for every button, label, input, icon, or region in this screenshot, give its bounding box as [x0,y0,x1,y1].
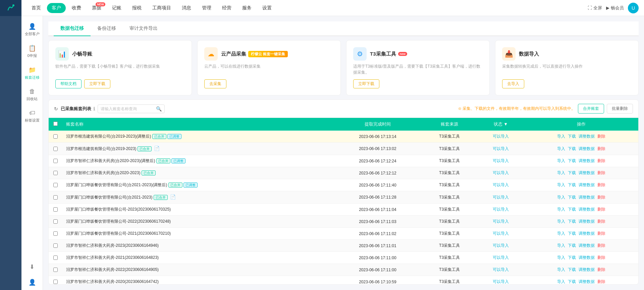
nav-account[interactable]: 记账 [107,3,126,13]
nav-msg[interactable]: 消息 [177,3,196,13]
delete-link[interactable]: 删除 [597,158,605,163]
import-link[interactable]: 导入 [557,158,565,163]
nav-fee[interactable]: 收费 [67,3,86,13]
adjust-data-link[interactable]: 调整数据 [579,255,595,260]
nav-home[interactable]: 首页 [27,3,46,13]
download-link[interactable]: 下载 [568,207,576,212]
adjust-data-link[interactable]: 调整数据 [579,195,595,200]
adjust-data-link[interactable]: 调整数据 [579,146,595,151]
download-link[interactable]: 下载 [568,255,576,260]
download-link[interactable]: 下载 [568,267,576,272]
sidebar-item-tag-settings[interactable]: 🏷 标签设置 [21,105,43,127]
adjust-data-link[interactable]: 调整数据 [579,219,595,224]
row-checkbox[interactable] [53,207,58,212]
member-btn[interactable]: ▶ 畅会员 [606,5,624,11]
row-checkbox[interactable] [53,134,58,139]
import-link[interactable]: 导入 [557,146,565,151]
row-checkbox[interactable] [53,171,58,175]
sidebar-item-download[interactable]: ⬇ [21,259,43,275]
delete-link[interactable]: 删除 [597,170,605,175]
search-btn[interactable]: 🔍 [156,106,162,112]
sidebar-item-all-clients[interactable]: 👤 全部客户 [21,19,43,41]
delete-link[interactable]: 删除 [597,146,605,151]
delete-link[interactable]: 删除 [597,267,605,272]
delete-link[interactable]: 删除 [597,134,605,139]
row-checkbox[interactable] [53,280,58,284]
nav-tax[interactable]: 报税 [127,3,146,13]
fullscreen-btn[interactable]: ⛶ 全屏 [588,5,602,11]
download-link[interactable]: 下载 [568,231,576,236]
adjust-data-link[interactable]: 调整数据 [579,170,595,175]
import-link[interactable]: 导入 [557,183,565,187]
nav-manage[interactable]: 管理 [197,3,216,13]
delete-link[interactable]: 删除 [597,219,605,224]
delete-link[interactable]: 删除 [597,243,605,248]
adjust-data-link[interactable]: 调整数据 [579,183,595,187]
download-link[interactable]: 下载 [568,134,576,139]
row-checkbox[interactable] [53,243,58,248]
refresh-icon[interactable]: ↻ [54,106,58,112]
go-import-btn[interactable]: 去导入 [502,79,524,88]
download-link[interactable]: 下载 [568,219,576,224]
adjust-data-link[interactable]: 调整数据 [579,207,595,212]
sidebar-item-user[interactable]: 👤 [21,275,43,290]
download-link[interactable]: 下载 [568,243,576,248]
tab-data-migrate[interactable]: 数据包迁移 [54,21,91,36]
nav-operation[interactable]: 经营 [217,3,236,13]
merge-btn[interactable]: 合并账套 [578,104,604,114]
download-link[interactable]: 下载 [568,279,576,284]
delete-link[interactable]: 删除 [597,231,605,236]
adjust-data-link[interactable]: 调整数据 [579,231,595,236]
nav-settings[interactable]: 设置 [258,3,276,13]
import-link[interactable]: 导入 [557,195,565,200]
row-checkbox[interactable] [53,219,58,224]
nav-client[interactable]: 客户 [47,3,66,13]
adjust-data-link[interactable]: 调整数据 [579,243,595,248]
go-collect-btn[interactable]: 去采集 [204,79,226,88]
nav-service[interactable]: 服务 [237,3,256,13]
tab-audit-export[interactable]: 审计文件导出 [123,21,164,36]
import-link[interactable]: 导入 [557,134,565,139]
import-link[interactable]: 导入 [557,170,565,175]
import-link[interactable]: 导入 [557,219,565,224]
batch-delete-btn[interactable]: 批量删除 [607,104,633,114]
row-checkbox[interactable] [53,183,58,187]
sidebar-item-zero-report[interactable]: 📋 0申报 [21,41,43,62]
search-input[interactable] [101,106,155,111]
download-link[interactable]: 下载 [568,170,576,175]
delete-link[interactable]: 删除 [597,255,605,260]
adjust-data-link[interactable]: 调整数据 [579,267,595,272]
row-checkbox[interactable] [53,159,58,163]
adjust-data-link[interactable]: 调整数据 [579,134,595,139]
tab-backup-migrate[interactable]: 备份迁移 [91,21,123,36]
download-link[interactable]: 下载 [568,195,576,200]
download-now-btn[interactable]: 立即下载 [84,79,110,88]
nav-biz[interactable]: 工商项目 [148,3,176,13]
adjust-data-link[interactable]: 调整数据 [579,158,595,163]
download-link[interactable]: 下载 [568,146,576,151]
delete-link[interactable]: 删除 [597,195,605,200]
row-checkbox[interactable] [53,231,58,236]
import-link[interactable]: 导入 [557,207,565,212]
import-link[interactable]: 导入 [557,243,565,248]
sidebar-item-recycle[interactable]: 🗑 回收站 [21,84,43,105]
import-link[interactable]: 导入 [557,255,565,260]
user-avatar[interactable]: U [628,3,639,13]
nav-invoice[interactable]: 票据 NEW [87,3,106,13]
import-link[interactable]: 导入 [557,267,565,272]
info-icon[interactable]: ℹ [93,106,95,112]
delete-link[interactable]: 删除 [597,183,605,187]
download-link[interactable]: 下载 [568,158,576,163]
row-checkbox[interactable] [53,195,58,200]
t3-download-btn[interactable]: 立即下载 [353,79,379,88]
import-link[interactable]: 导入 [557,279,565,284]
select-all-checkbox[interactable] [53,122,58,126]
download-link[interactable]: 下载 [568,183,576,187]
delete-link[interactable]: 删除 [597,279,605,284]
help-doc-btn[interactable]: 帮助文档 [55,79,82,88]
row-checkbox[interactable] [53,147,58,151]
import-link[interactable]: 导入 [557,231,565,236]
row-checkbox[interactable] [53,268,58,272]
adjust-data-link[interactable]: 调整数据 [579,279,595,284]
sidebar-item-account-migrate[interactable]: 📁 账套迁移 [21,62,43,84]
